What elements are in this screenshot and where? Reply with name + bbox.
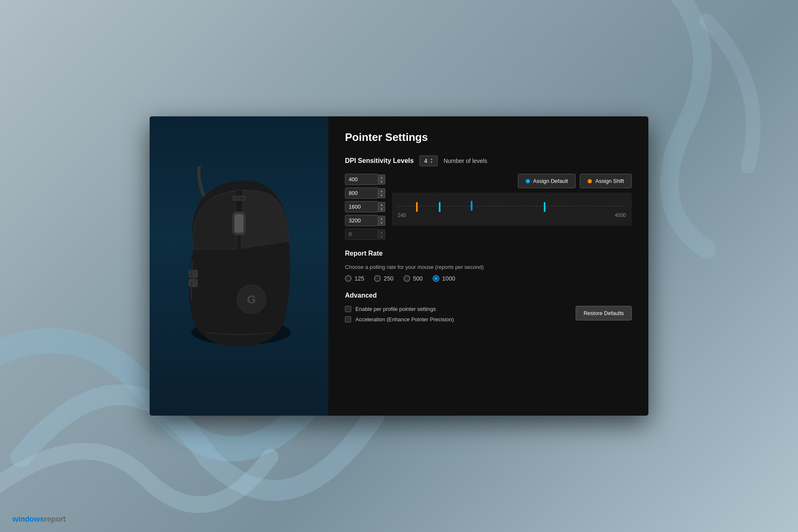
dpi-spinner-3-up[interactable]: ▲ <box>378 202 385 207</box>
dpi-input-row-3: ▲ ▼ <box>345 201 385 212</box>
checkbox-2[interactable] <box>345 316 351 323</box>
restore-defaults-button[interactable]: Restore Defaults <box>576 306 632 320</box>
radio-circle-1000 <box>433 275 439 282</box>
main-window: G Pointer Settings DPI Sensitivity Level… <box>150 116 648 416</box>
dpi-spinner-2: ▲ ▼ <box>378 188 385 198</box>
advanced-section: Advanced Enable per profile pointer sett… <box>345 292 632 323</box>
level-count-arrows: ▲ ▼ <box>430 158 433 164</box>
svg-text:G: G <box>247 293 256 306</box>
dpi-spinner-4-up[interactable]: ▲ <box>378 216 385 221</box>
dpi-spinner-5-up[interactable]: ▲ <box>378 229 385 234</box>
dpi-spinner-2-down[interactable]: ▼ <box>378 193 385 198</box>
radio-label-125: 125 <box>355 275 364 282</box>
dpi-slider-area[interactable]: 240 4000 <box>392 192 632 226</box>
mouse-svg: G <box>160 166 318 366</box>
mouse-panel: G <box>150 116 328 416</box>
dpi-section-title: DPI Sensitivity Levels <box>345 157 414 165</box>
watermark-windows: windows <box>12 515 44 523</box>
watermark: windowsreport <box>12 515 66 524</box>
dpi-spinner-4: ▲ ▼ <box>378 216 385 226</box>
svg-rect-10 <box>439 202 441 212</box>
svg-rect-2 <box>234 214 244 233</box>
checkbox-label-1: Enable per profile pointer settings <box>355 306 436 312</box>
dpi-input-5[interactable] <box>345 229 378 240</box>
radio-circle-500 <box>404 275 410 282</box>
dpi-spinner-4-down[interactable]: ▼ <box>378 221 385 226</box>
dpi-spinner-3-down[interactable]: ▼ <box>378 207 385 212</box>
dpi-right-top: Assign Default Assign Shift <box>392 174 632 188</box>
assign-default-label: Assign Default <box>533 178 568 184</box>
slider-track <box>398 200 626 208</box>
advanced-title: Advanced <box>345 292 632 299</box>
dpi-header: DPI Sensitivity Levels 4 ▲ ▼ Number of l… <box>345 155 632 166</box>
dpi-main-row: ▲ ▼ ▲ ▼ ▲ ▼ <box>345 174 632 240</box>
dpi-spinner-3: ▲ ▼ <box>378 202 385 212</box>
checkbox-1[interactable] <box>345 306 351 312</box>
radio-circle-125 <box>345 275 352 282</box>
dpi-spinner-1-down[interactable]: ▼ <box>378 180 385 185</box>
dpi-inputs: ▲ ▼ ▲ ▼ ▲ ▼ <box>345 174 385 240</box>
radio-250[interactable]: 250 <box>374 275 393 282</box>
svg-rect-11 <box>471 201 473 211</box>
radio-label-250: 250 <box>384 275 393 282</box>
settings-panel: Pointer Settings DPI Sensitivity Levels … <box>328 116 648 416</box>
assign-default-dot <box>526 179 530 183</box>
radio-500[interactable]: 500 <box>404 275 423 282</box>
level-count-selector[interactable]: 4 ▲ ▼ <box>419 155 438 166</box>
level-count-value: 4 <box>424 158 427 164</box>
report-rate-title: Report Rate <box>345 250 632 257</box>
dpi-input-1[interactable] <box>345 174 378 185</box>
radio-label-500: 500 <box>413 275 423 282</box>
dpi-input-row-2: ▲ ▼ <box>345 187 385 199</box>
dpi-input-4[interactable] <box>345 215 378 226</box>
dpi-right: Assign Default Assign Shift <box>392 174 632 226</box>
dpi-input-row-5: ▲ ▼ <box>345 229 385 240</box>
page-title: Pointer Settings <box>345 131 632 144</box>
report-rate-section: Report Rate Choose a polling rate for yo… <box>345 250 632 282</box>
dpi-input-row-1: ▲ ▼ <box>345 174 385 185</box>
report-rate-description: Choose a polling rate for your mouse (re… <box>345 264 632 270</box>
slider-labels: 240 4000 <box>398 212 626 218</box>
dpi-spinner-5-down[interactable]: ▼ <box>378 234 385 239</box>
radio-label-1000: 1000 <box>442 275 455 282</box>
radio-group: 125 250 500 1000 <box>345 275 632 282</box>
slider-max-label: 4000 <box>615 212 626 218</box>
dpi-spinner-1: ▲ ▼ <box>378 175 385 185</box>
assign-shift-dot <box>588 179 592 183</box>
dpi-input-2[interactable] <box>345 187 378 199</box>
svg-rect-3 <box>189 270 197 278</box>
mouse-image: G <box>160 166 318 366</box>
radio-1000[interactable]: 1000 <box>433 275 455 282</box>
watermark-report: report <box>44 515 66 523</box>
slider-svg <box>398 200 626 212</box>
svg-rect-7 <box>233 196 245 200</box>
dpi-spinner-5: ▲ ▼ <box>378 229 385 239</box>
assign-default-button[interactable]: Assign Default <box>518 174 576 188</box>
dpi-spinner-2-up[interactable]: ▲ <box>378 188 385 193</box>
radio-125[interactable]: 125 <box>345 275 364 282</box>
svg-rect-9 <box>416 202 418 212</box>
slider-min-label: 240 <box>398 212 406 218</box>
dpi-input-3[interactable] <box>345 201 378 212</box>
assign-shift-button[interactable]: Assign Shift <box>580 174 632 188</box>
dpi-spinner-1-up[interactable]: ▲ <box>378 175 385 180</box>
checkbox-label-2: Acceleration (Enhance Pointer Precision) <box>355 316 454 323</box>
svg-rect-4 <box>189 279 197 287</box>
svg-rect-13 <box>544 202 545 212</box>
assign-shift-label: Assign Shift <box>595 178 624 184</box>
advanced-content: Enable per profile pointer settings Acce… <box>345 306 632 323</box>
radio-circle-250 <box>374 275 381 282</box>
dpi-input-row-4: ▲ ▼ <box>345 215 385 226</box>
number-of-levels-label: Number of levels <box>443 158 487 164</box>
